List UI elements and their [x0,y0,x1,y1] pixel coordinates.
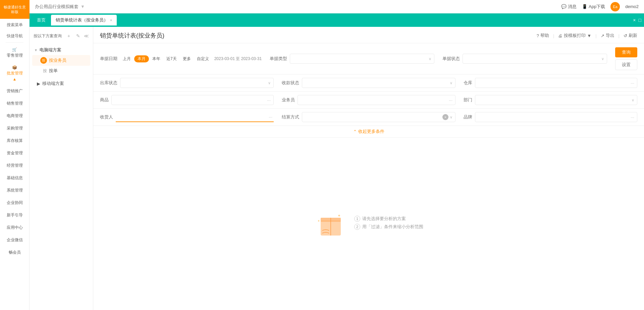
topbar-dropdown-icon: ▼ [80,4,85,9]
sidebar-item-operations[interactable]: 经营管理 [0,159,29,172]
content-area: 按以下方案查询 + ✎ ≪ ▼ 电脑端方案 按 按业务员 按 按单 [30,27,644,310]
tree-arrow-desktop: ▼ [34,48,38,52]
salesperson-icon: 按 [40,57,47,64]
sidebar-search[interactable]: 搜索菜单 [0,19,29,31]
tab-fullscreen-icon[interactable]: □ [639,17,641,23]
collapse-btn[interactable]: ⌃ 收起更多条件 [353,128,384,135]
sidebar-logo-subtext: 标版 [11,9,18,14]
date-btn-more[interactable]: 更多 [180,55,194,62]
topbar-right: 💬 消息 📱 App下载 Ea demo2 [561,2,639,11]
topbar-message-btn[interactable]: 💬 消息 [561,4,577,10]
date-btn-this-month[interactable]: 本月 [134,55,149,62]
goods-label: 商品 [100,97,109,103]
goods-input[interactable]: ··· [111,95,274,105]
main-area: 办公用品行业模拟账套 ▼ 💬 消息 📱 App下载 Ea demo2 首页 销货… [30,0,644,310]
out-status-select[interactable]: ∨ [120,78,274,88]
payment-status-select[interactable]: ∨ [302,78,455,88]
sidebar-item-sales[interactable]: 销售管理 [0,97,29,110]
date-btn-custom[interactable]: 自定义 [194,55,212,62]
consignee-label: 收货人 [100,114,113,120]
tab-close-icon[interactable]: × [110,18,112,22]
payment-status-label: 收款状态 [282,80,299,86]
topbar-title[interactable]: 办公用品行业模拟账套 ▼ [35,4,85,10]
empty-text: 1 请先选择要分析的方案 2 用「过滤」条件来缩小分析范围 [354,216,423,232]
sidebar-item-enterprise[interactable]: 企业协同 [0,197,29,209]
sidebar: 畅捷通好生意 标版 搜索菜单 快捷导航 🛒 零售管理 📦 批发管理 ▲ 营销推广… [0,0,30,310]
tree-child-salesperson[interactable]: 按 按业务员 [32,55,90,66]
dept-select[interactable]: ∨ [475,95,637,105]
settlement-select[interactable]: × ∨ [302,112,455,122]
sidebar-nav[interactable]: 快捷导航 [0,31,29,41]
date-label: 单据日期 [100,56,117,62]
tree-child-order[interactable]: 按 按单 [32,66,90,76]
payment-status-arrow: ∨ [450,81,452,85]
filter-wrapper: 单据日期 上月 本月 本年 近7天 更多 自定义 2023-03-01 至 20… [93,43,644,138]
right-panel: 销货单统计表(按业务员) ? 帮助 | 🖨 按模板打印 ▼ | ↗ [93,27,644,310]
left-panel-title: 按以下方案查询 [34,33,62,39]
topbar-username[interactable]: demo2 [625,4,639,9]
salesperson-input[interactable]: ··· [298,95,455,105]
salesperson-dots: ··· [449,98,452,103]
query-button[interactable]: 查询 [615,47,637,57]
settlement-clear-btn[interactable]: × [442,114,448,120]
tab-home[interactable]: 首页 [32,15,50,25]
tree-desktop-label: 电脑端方案 [40,47,61,53]
collapse-chevron-icon: ⌃ [353,129,357,134]
svg-text:✦: ✦ [317,219,320,223]
left-panel-add-icon[interactable]: + [65,32,72,40]
help-btn[interactable]: ? 帮助 [537,33,549,39]
export-icon: ↗ [601,33,604,38]
page-title: 销货单统计表(按业务员) [100,32,164,40]
sidebar-item-wholesale[interactable]: 📦 批发管理 ▲ [0,62,29,85]
print-btn[interactable]: 🖨 按模板打印 ▼ [558,33,591,39]
tree-desktop-parent[interactable]: ▼ 电脑端方案 [32,45,90,55]
sidebar-item-ecommerce[interactable]: 电商管理 [0,110,29,122]
tab-active[interactable]: 销货单统计表（按业务员） × [51,15,117,25]
consignee-input[interactable]: ··· [116,112,274,122]
goods-dots: ··· [267,98,271,103]
sidebar-item-newbie[interactable]: 新手引导 [0,209,29,221]
topbar-avatar: Ea [610,2,620,11]
print-dropdown-icon: ▼ [587,33,591,38]
message-icon: 💬 [561,4,567,9]
wholesale-icon: 📦 [12,65,17,70]
tree-child-salesperson-label: 按业务员 [49,57,66,63]
sidebar-item-system[interactable]: 系统管理 [0,184,29,197]
topbar: 办公用品行业模拟账套 ▼ 💬 消息 📱 App下载 Ea demo2 [30,0,644,13]
sidebar-item-basic[interactable]: 基础信息 [0,172,29,184]
sidebar-item-purchase[interactable]: 采购管理 [0,122,29,135]
salesperson-label: 业务员 [282,97,295,103]
date-range-text: 2023-03-01 至 2023-03-31 [214,56,262,62]
sidebar-item-member[interactable]: 畅会员 [0,246,29,259]
out-status-label: 出库状态 [100,80,117,86]
settings-button[interactable]: 设置 [615,59,637,70]
doc-type-select[interactable]: ∨ [290,54,434,64]
empty-box-svg: ✦ ✦ [314,207,347,241]
tree-arrow-mobile: ▶ [37,81,40,86]
warehouse-input[interactable]: ··· [475,78,637,88]
tree-mobile-parent[interactable]: ▶ 移动端方案 [35,79,90,89]
empty-num-1: 1 [354,216,360,222]
tab-close-all-icon[interactable]: × [633,17,636,23]
sidebar-item-marketing[interactable]: 营销推广 [0,85,29,97]
sidebar-item-retail[interactable]: 🛒 零售管理 [0,44,29,62]
date-btn-7days[interactable]: 近7天 [164,55,179,62]
warehouse-dots: ··· [631,81,634,86]
doc-status-select[interactable]: ∨ [463,54,607,64]
topbar-title-text: 办公用品行业模拟账套 [35,4,78,10]
date-btn-this-year[interactable]: 本年 [150,55,163,62]
consignee-dots: ··· [269,114,272,119]
sidebar-item-wechat[interactable]: 企业微信 [0,234,29,246]
sidebar-item-inventory[interactable]: 库存核算 [0,135,29,147]
doc-type-arrow: ∨ [429,57,431,61]
sidebar-item-finance[interactable]: 资金管理 [0,147,29,159]
left-panel-collapse-icon[interactable]: ≪ [84,33,89,39]
sidebar-item-apps[interactable]: 应用中心 [0,221,29,234]
topbar-app-download-btn[interactable]: 📱 App下载 [582,4,605,10]
brand-input[interactable]: ··· [475,112,637,122]
left-panel-edit-icon[interactable]: ✎ [74,32,82,40]
date-btn-last-month[interactable]: 上月 [120,55,133,62]
refresh-btn[interactable]: ↺ 刷新 [624,33,637,39]
export-btn[interactable]: ↗ 导出 [601,33,614,39]
brand-label: 品牌 [464,114,472,120]
